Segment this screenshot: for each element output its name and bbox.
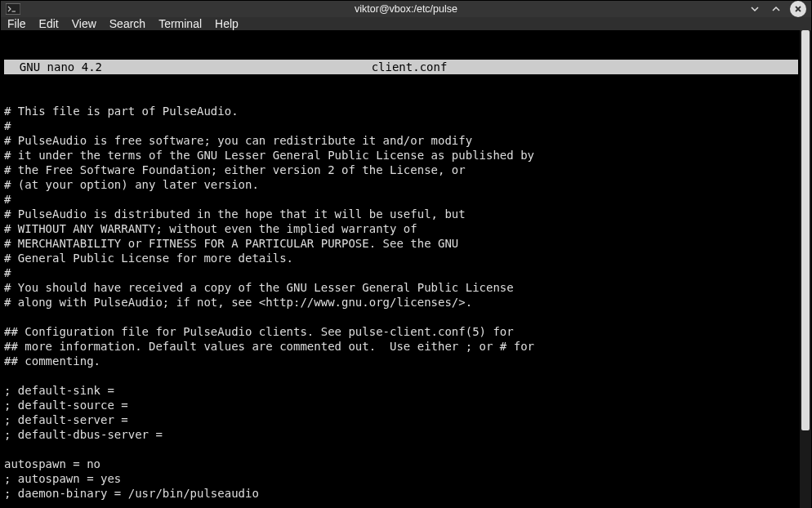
nano-header: GNU nano 4.2 client.conf [4,60,798,74]
minimize-button[interactable] [747,2,762,16]
file-line: # [4,265,798,280]
file-line: # WITHOUT ANY WARRANTY; without even the… [4,221,798,236]
file-line: ; default-server = [4,412,798,427]
menu-edit[interactable]: Edit [39,17,59,30]
file-line: # You should have received a copy of the… [4,280,798,295]
terminal-scrollbar[interactable] [800,30,811,508]
menu-terminal[interactable]: Terminal [158,17,202,30]
file-line: ; autospawn = yes [4,471,798,486]
file-line: ; default-source = [4,398,798,412]
terminal-window: viktor@vbox:/etc/pulse File Edit View Se… [0,0,812,508]
maximize-button[interactable] [769,2,783,16]
terminal-content[interactable]: GNU nano 4.2 client.conf # This file is … [1,30,800,508]
menu-file[interactable]: File [7,17,26,30]
nano-file-content: # This file is part of PulseAudio.## Pul… [4,104,798,501]
file-line [4,310,798,324]
window-title: viktor@vbox:/etc/pulse [1,3,811,15]
file-line: # the Free Software Foundation; either v… [4,163,798,177]
file-line: ; default-sink = [4,383,798,398]
file-line: ; default-dbus-server = [4,427,798,442]
svg-rect-0 [6,3,20,15]
file-line: # General Public License for more detail… [4,251,798,265]
nano-app-name: GNU nano 4.2 [4,60,102,74]
terminal-icon [6,3,20,15]
file-line: # This file is part of PulseAudio. [4,104,798,118]
menubar: File Edit View Search Terminal Help [1,17,811,30]
close-button[interactable] [790,1,806,17]
file-line: autospawn = no [4,457,798,471]
file-line: ## commenting. [4,354,798,368]
nano-filename: client.conf [102,60,716,74]
file-line: ## more information. Default values are … [4,339,798,354]
terminal-area[interactable]: GNU nano 4.2 client.conf # This file is … [1,30,811,508]
file-line: # MERCHANTABILITY or FITNESS FOR A PARTI… [4,236,798,251]
file-line: ; daemon-binary = /usr/bin/pulseaudio [4,486,798,501]
scrollbar-thumb[interactable] [801,30,810,430]
file-line: # [4,118,798,133]
file-line: # [4,192,798,207]
file-line [4,368,798,383]
file-line [4,442,798,457]
file-line: # PulseAudio is distributed in the hope … [4,207,798,221]
menu-help[interactable]: Help [215,17,239,30]
menu-view[interactable]: View [72,17,96,30]
file-line: # along with PulseAudio; if not, see <ht… [4,295,798,310]
file-line: # it under the terms of the GNU Lesser G… [4,148,798,163]
file-line: # PulseAudio is free software; you can r… [4,133,798,148]
file-line: # (at your option) any later version. [4,177,798,192]
window-titlebar: viktor@vbox:/etc/pulse [1,1,811,17]
menu-search[interactable]: Search [109,17,145,30]
file-line: ## Configuration file for PulseAudio cli… [4,324,798,339]
